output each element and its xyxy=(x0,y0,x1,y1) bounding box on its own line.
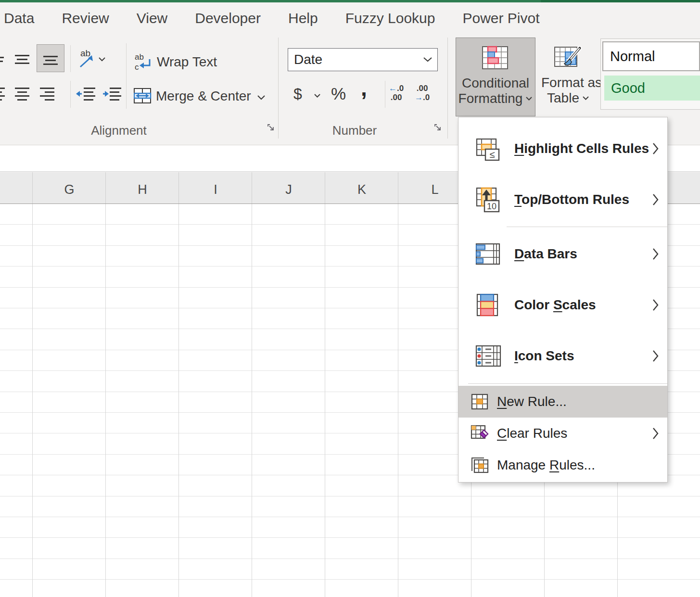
highlight-cells-rules-icon: ≤ xyxy=(473,135,504,163)
align-right-button[interactable] xyxy=(36,81,59,107)
alignment-dialog-launcher-icon[interactable] xyxy=(267,124,276,134)
manage-rules-icon xyxy=(469,456,490,474)
number-format-value: Date xyxy=(294,52,322,67)
conditional-formatting-label-1: Conditional xyxy=(456,76,535,91)
merge-center-dropdown-arrow[interactable] xyxy=(257,93,266,102)
alignment-group-label: Alignment xyxy=(71,123,167,138)
format-as-table-button[interactable]: Format as Table xyxy=(541,38,595,116)
top-bottom-rules-label: Top/Bottom Rules xyxy=(514,192,629,207)
group-divider xyxy=(447,38,448,139)
align-top-button[interactable] xyxy=(0,46,6,72)
increase-indent-button[interactable] xyxy=(100,81,124,107)
highlight-cells-rules-label: Highlight Cells Rules xyxy=(514,141,649,156)
tab-review[interactable]: Review xyxy=(62,10,109,26)
decrease-decimal-button[interactable]: .00 →.0 xyxy=(415,84,430,102)
menu-item-highlight-cells-rules[interactable]: ≤ Highlight Cells Rules xyxy=(458,123,667,174)
menu-item-top-bottom-rules[interactable]: 10 Top/Bottom Rules xyxy=(458,174,667,225)
left-arrow-glyph: ← xyxy=(389,84,397,93)
conditional-formatting-icon xyxy=(482,46,509,71)
comma-style-button[interactable]: , xyxy=(361,75,367,101)
column-header-i[interactable]: I xyxy=(179,172,252,204)
tab-data[interactable]: Data xyxy=(4,10,34,26)
align-bottom-button-selected[interactable] xyxy=(37,44,64,72)
menu-item-new-rule[interactable]: New Rule... xyxy=(458,386,667,418)
icon-sets-icon xyxy=(473,343,504,368)
number-group-label: Number xyxy=(306,123,403,138)
dollar-glyph: $ xyxy=(293,85,302,103)
comma-glyph: , xyxy=(361,75,367,101)
divider xyxy=(70,45,71,72)
column-header-k[interactable]: K xyxy=(325,172,398,204)
menu-separator xyxy=(507,227,667,227)
tab-help[interactable]: Help xyxy=(288,10,318,26)
percent-style-button[interactable]: % xyxy=(331,81,346,107)
align-middle-button[interactable] xyxy=(11,46,34,72)
increase-decimal-button[interactable]: ←.0 .00 xyxy=(389,84,404,102)
format-as-table-label-2: Table xyxy=(547,90,579,106)
data-bars-label: Data Bars xyxy=(514,246,577,262)
align-left-button[interactable] xyxy=(0,81,6,107)
divider xyxy=(70,81,71,108)
orientation-dropdown-arrow[interactable] xyxy=(98,55,106,64)
ten-glyph: 10 xyxy=(487,202,496,211)
color-scales-icon xyxy=(473,292,504,318)
conditional-formatting-button[interactable]: Conditional Formatting xyxy=(456,38,535,116)
menu-item-clear-rules[interactable]: Clear Rules xyxy=(458,418,667,449)
conditional-formatting-label-2: Formatting xyxy=(458,91,523,106)
merge-center-button[interactable]: Merge & Center xyxy=(134,86,251,107)
group-divider xyxy=(278,38,279,139)
merge-center-icon xyxy=(134,88,152,104)
merge-center-label: Merge & Center xyxy=(156,89,251,104)
menu-item-manage-rules[interactable]: Manage Rules... xyxy=(458,449,667,481)
manage-rules-label: Manage Rules... xyxy=(497,457,595,473)
wrap-text-icon: ab c xyxy=(134,51,153,73)
color-scales-label: Color Scales xyxy=(514,297,596,313)
align-center-button[interactable] xyxy=(11,81,34,107)
cell-style-good[interactable]: Good xyxy=(604,76,700,101)
format-as-table-icon xyxy=(554,45,583,71)
chevron-down-icon xyxy=(423,57,433,63)
wrap-glyph-ab: ab xyxy=(135,52,144,62)
less-equal-glyph: ≤ xyxy=(490,149,495,160)
submenu-arrow-icon xyxy=(652,142,660,155)
new-rule-label: New Rule... xyxy=(497,394,567,409)
tab-view[interactable]: View xyxy=(137,10,167,26)
submenu-arrow-icon xyxy=(652,427,660,440)
tab-developer[interactable]: Developer xyxy=(195,10,261,26)
divider xyxy=(126,43,127,109)
submenu-arrow-icon xyxy=(652,247,660,261)
column-header-j[interactable]: J xyxy=(252,172,325,204)
cell-style-normal[interactable]: Normal xyxy=(602,41,700,71)
menu-separator xyxy=(468,383,667,384)
column-header-g[interactable]: G xyxy=(33,172,106,204)
submenu-arrow-icon xyxy=(652,193,660,206)
currency-dropdown-arrow[interactable] xyxy=(314,91,321,100)
orientation-button[interactable]: ab xyxy=(74,45,98,71)
style-normal-label: Normal xyxy=(610,49,655,64)
icon-sets-label: Icon Sets xyxy=(514,348,574,364)
ribbon-tab-bar: Data Review View Developer Help Fuzzy Lo… xyxy=(0,2,700,34)
decrease-indent-button[interactable] xyxy=(74,81,98,107)
number-dialog-launcher-icon[interactable] xyxy=(434,124,443,134)
data-bars-icon xyxy=(473,241,504,267)
currency-format-button[interactable]: $ xyxy=(293,81,302,107)
wrap-glyph-c: c xyxy=(135,63,139,72)
wrap-text-button[interactable]: ab c Wrap Text xyxy=(134,51,217,73)
clear-rules-icon xyxy=(469,424,490,443)
tab-fuzzy-lookup[interactable]: Fuzzy Lookup xyxy=(345,10,435,26)
submenu-arrow-icon xyxy=(652,349,660,363)
menu-item-color-scales[interactable]: Color Scales xyxy=(458,279,667,330)
clear-rules-label: Clear Rules xyxy=(497,426,567,441)
menu-item-data-bars[interactable]: Data Bars xyxy=(458,229,667,279)
column-header-h[interactable]: H xyxy=(106,172,179,204)
conditional-formatting-menu: ≤ Highlight Cells Rules 10 Top/Bottom Ru… xyxy=(458,117,668,483)
top-bottom-rules-icon: 10 xyxy=(473,186,504,214)
number-format-select[interactable]: Date xyxy=(288,48,438,71)
menu-item-icon-sets[interactable]: Icon Sets xyxy=(458,330,667,381)
tab-power-pivot[interactable]: Power Pivot xyxy=(462,10,539,26)
style-good-label: Good xyxy=(611,80,645,96)
wrap-text-label: Wrap Text xyxy=(157,54,217,70)
format-as-table-label-1: Format as xyxy=(541,75,595,90)
divider xyxy=(385,81,385,108)
submenu-arrow-icon xyxy=(652,298,660,312)
